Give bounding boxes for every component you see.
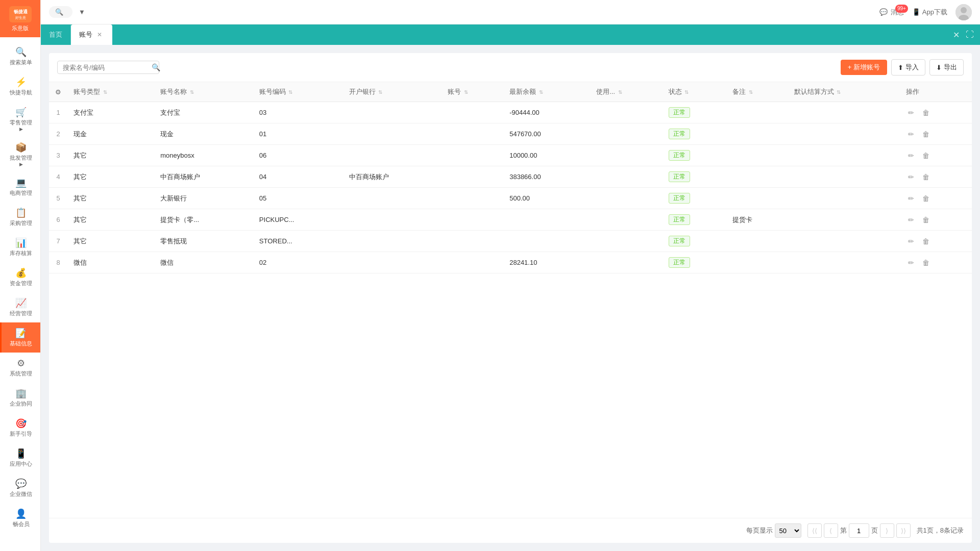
col-status[interactable]: 状态 ⇅ bbox=[663, 82, 726, 102]
col-settlement[interactable]: 默认结算方式 ⇅ bbox=[788, 82, 900, 102]
sidebar-item-purchase[interactable]: 📋 采购管理 bbox=[0, 202, 40, 232]
edit-button[interactable]: ✏ bbox=[906, 151, 916, 161]
edit-button[interactable]: ✏ bbox=[906, 108, 916, 118]
tab-expand-button[interactable]: ⛶ bbox=[964, 28, 976, 41]
col-settings[interactable]: ⚙ bbox=[49, 82, 67, 102]
topbar-dropdown[interactable]: ▼ bbox=[79, 8, 85, 16]
search-icon: 🔍 bbox=[15, 46, 27, 58]
delete-button[interactable]: 🗑 bbox=[920, 172, 932, 182]
row-balance bbox=[503, 209, 590, 231]
edit-button[interactable]: ✏ bbox=[906, 172, 916, 182]
delete-button[interactable]: 🗑 bbox=[920, 151, 932, 161]
sidebar-item-operations[interactable]: 📈 经营管理 bbox=[0, 292, 40, 322]
row-remark bbox=[726, 188, 788, 209]
page-prev-button[interactable]: ⟨ bbox=[824, 523, 838, 538]
system-icon: ⚙ bbox=[17, 358, 25, 369]
table-header-row: ⚙ 账号类型 ⇅ 账号名称 ⇅ 账号编码 ⇅ 开户银行 ⇅ 账号 ⇅ 最新余额 … bbox=[49, 82, 972, 102]
col-type[interactable]: 账号类型 ⇅ bbox=[67, 82, 154, 102]
sidebar-item-guide[interactable]: 🎯 新手引导 bbox=[0, 413, 40, 443]
col-name[interactable]: 账号名称 ⇅ bbox=[154, 82, 253, 102]
row-code: 04 bbox=[253, 166, 343, 188]
sidebar-item-retail[interactable]: 🛒 零售管理 ▶ bbox=[0, 102, 40, 137]
svg-rect-0 bbox=[9, 6, 32, 22]
toolbar-right: + 新增账号 ⬆ 导入 ⬇ 导出 bbox=[841, 59, 964, 76]
sidebar-item-bizwechat[interactable]: 💬 企业微信 bbox=[0, 473, 40, 503]
col-usage[interactable]: 使用... ⇅ bbox=[590, 82, 662, 102]
search-icon[interactable]: 🔍 bbox=[152, 63, 160, 71]
export-button[interactable]: ⬇ 导出 bbox=[929, 59, 964, 76]
tab-home-label: 首页 bbox=[49, 30, 62, 39]
sidebar-item-ecommerce[interactable]: 💻 电商管理 bbox=[0, 172, 40, 202]
delete-button[interactable]: 🗑 bbox=[920, 215, 932, 225]
status-badge: 正常 bbox=[669, 193, 690, 204]
col-remark[interactable]: 备注 ⇅ bbox=[726, 82, 788, 102]
sidebar-item-appcenter[interactable]: 📱 应用中心 bbox=[0, 443, 40, 473]
sidebar-item-enterprise[interactable]: 🏢 企业协同 bbox=[0, 383, 40, 413]
delete-button[interactable]: 🗑 bbox=[920, 258, 932, 268]
row-code: STORED... bbox=[253, 231, 343, 252]
main-area: 🔍 ▼ 💬 消息 99+ 📱 App下载 首页 bbox=[41, 0, 980, 551]
svg-text:好生意: 好生意 bbox=[15, 16, 26, 20]
row-status: 正常 bbox=[663, 209, 726, 231]
edit-button[interactable]: ✏ bbox=[906, 236, 916, 246]
delete-button[interactable]: 🗑 bbox=[920, 236, 932, 246]
row-settlement bbox=[788, 145, 900, 166]
page-number-input[interactable] bbox=[849, 523, 869, 538]
tab-accounts-close[interactable]: ✕ bbox=[95, 31, 104, 39]
app-download-button[interactable]: 📱 App下载 bbox=[912, 8, 947, 17]
tab-home[interactable]: 首页 bbox=[41, 24, 71, 45]
app-icon: 📱 bbox=[912, 8, 920, 16]
page-next-button[interactable]: ⟩ bbox=[880, 523, 894, 538]
add-account-button[interactable]: + 新增账号 bbox=[841, 60, 887, 75]
import-button[interactable]: ⬆ 导入 bbox=[891, 59, 925, 76]
page-last-button[interactable]: ⟩⟩ bbox=[896, 523, 911, 538]
row-type: 其它 bbox=[67, 231, 154, 252]
row-name: 零售抵现 bbox=[154, 231, 253, 252]
col-account[interactable]: 账号 ⇅ bbox=[442, 82, 503, 102]
edit-button[interactable]: ✏ bbox=[906, 193, 916, 204]
sidebar-item-shortcuts[interactable]: ⚡ 快捷导航 bbox=[0, 71, 40, 102]
row-balance: -90444.00 bbox=[503, 102, 590, 123]
tab-minimize-button[interactable]: ✕ bbox=[951, 28, 962, 42]
edit-button[interactable]: ✏ bbox=[906, 215, 916, 225]
col-balance[interactable]: 最新余额 ⇅ bbox=[503, 82, 590, 102]
row-account bbox=[442, 123, 503, 145]
sidebar-item-member[interactable]: 👤 畅会员 bbox=[0, 503, 40, 533]
row-code: 02 bbox=[253, 252, 343, 273]
sidebar-item-label-purchase: 采购管理 bbox=[10, 219, 32, 227]
search-box[interactable]: 🔍 bbox=[57, 61, 159, 74]
page-size-select[interactable]: 每页显示 10 20 50 100 bbox=[746, 523, 801, 538]
row-account bbox=[442, 188, 503, 209]
sidebar-item-basic[interactable]: 📝 基础信息 bbox=[0, 322, 40, 353]
row-bank: 中百商场账户 bbox=[343, 166, 442, 188]
col-code[interactable]: 账号编码 ⇅ bbox=[253, 82, 343, 102]
col-bank[interactable]: 开户银行 ⇅ bbox=[343, 82, 442, 102]
delete-button[interactable]: 🗑 bbox=[920, 129, 932, 139]
tab-accounts[interactable]: 账号 ✕ bbox=[71, 24, 112, 45]
edit-button[interactable]: ✏ bbox=[906, 129, 916, 139]
delete-button[interactable]: 🗑 bbox=[920, 193, 932, 204]
search-input[interactable] bbox=[63, 64, 149, 71]
topbar-search[interactable]: 🔍 bbox=[49, 6, 72, 18]
row-usage bbox=[590, 123, 662, 145]
row-code: 01 bbox=[253, 123, 343, 145]
row-actions: ✏ 🗑 bbox=[900, 188, 972, 209]
page-size-dropdown[interactable]: 10 20 50 100 bbox=[775, 523, 801, 538]
wholesale-icon: 📦 bbox=[15, 142, 27, 153]
sidebar-item-inventory[interactable]: 📊 库存核算 bbox=[0, 232, 40, 262]
page-first-button[interactable]: ⟨⟨ bbox=[807, 523, 822, 538]
sidebar-nav: 🔍 搜索菜单 ⚡ 快捷导航 🛒 零售管理 ▶ 📦 批发管理 ▶ 💻 电商管理 📋… bbox=[0, 37, 40, 551]
sidebar-item-system[interactable]: ⚙ 系统管理 bbox=[0, 353, 40, 383]
sidebar-item-wholesale[interactable]: 📦 批发管理 ▶ bbox=[0, 137, 40, 172]
tabbar: 首页 账号 ✕ ✕ ⛶ bbox=[41, 24, 980, 45]
status-badge: 正常 bbox=[669, 129, 690, 139]
user-avatar[interactable] bbox=[955, 4, 972, 20]
pagination: ⟨⟨ ⟨ 第 页 ⟩ ⟩⟩ bbox=[807, 523, 911, 538]
edit-button[interactable]: ✏ bbox=[906, 258, 916, 268]
delete-button[interactable]: 🗑 bbox=[920, 108, 932, 118]
msg-button[interactable]: 💬 消息 99+ bbox=[879, 8, 904, 17]
sidebar-item-finance[interactable]: 💰 资金管理 bbox=[0, 262, 40, 292]
row-status: 正常 bbox=[663, 231, 726, 252]
guide-icon: 🎯 bbox=[15, 418, 27, 429]
sidebar-item-search[interactable]: 🔍 搜索菜单 bbox=[0, 41, 40, 71]
